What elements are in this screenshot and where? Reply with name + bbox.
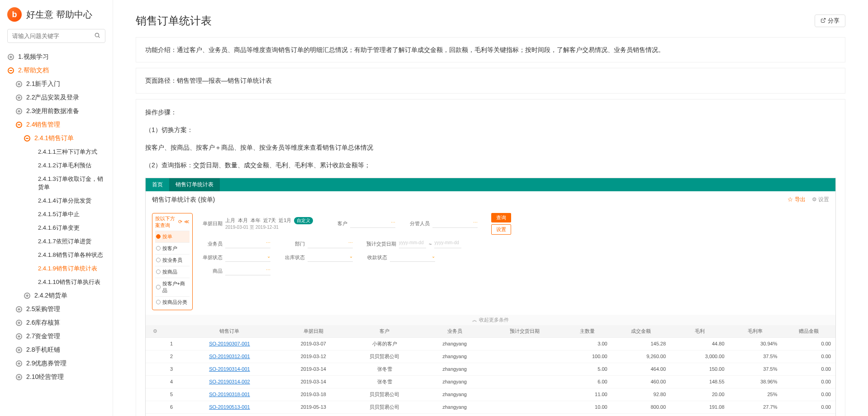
nav-22[interactable]: 2.2产品安装及登录 <box>7 91 105 104</box>
nav-24110[interactable]: 2.4.1.10销售订单执行表 <box>7 275 105 289</box>
table-row[interactable]: 3SO-20190314-0012019-03-14张冬雪zhangyang5.… <box>146 363 835 375</box>
table-row[interactable]: 5SO-20190318-0012019-03-18贝贝贸易公司zhangyan… <box>146 388 835 401</box>
ss-tab-report[interactable]: 销售订单统计表 <box>169 178 220 191</box>
nav-21[interactable]: 2.1新手入门 <box>7 77 105 91</box>
table-cell: 145.28 <box>612 337 670 350</box>
date-link[interactable]: 本月 <box>238 217 248 224</box>
table-cell: SO-20190314-002 <box>179 375 280 388</box>
nav-docs[interactable]: 2.帮助文档 <box>7 64 105 77</box>
product-input[interactable]: ⋯ <box>225 267 270 275</box>
refresh-icon[interactable]: ⟳ <box>178 219 182 225</box>
dept-input[interactable]: ⋯ <box>308 240 353 248</box>
table-row[interactable]: 4SO-20190314-0022019-03-14张冬雪zhangyang6.… <box>146 375 835 388</box>
table-row[interactable]: 1SO-20190307-0012019-03-07小蒋的客户zhangyang… <box>146 337 835 350</box>
field-date: 单据日期 上月 本月 本年 近7天 近1月 自定义 2 <box>202 217 313 231</box>
nav-24[interactable]: 2.4销售管理 <box>7 118 105 132</box>
table-cell: 27.7% <box>729 413 782 416</box>
table-cell: 3 <box>164 363 179 375</box>
table-cell <box>486 388 563 401</box>
query-button[interactable]: 查询 <box>491 213 511 222</box>
opt-label: 按单 <box>162 233 172 240</box>
opt-bycat[interactable]: 按商品分类 <box>155 296 190 308</box>
date-link[interactable]: 近1月 <box>279 217 291 224</box>
search-input[interactable] <box>12 33 94 39</box>
out-input[interactable]: ⌄ <box>308 254 353 262</box>
table-body: 1SO-20190307-0012019-03-07小蒋的客户zhangyang… <box>146 337 835 416</box>
table-header-cell: 毛利率 <box>729 325 782 338</box>
table-row[interactable]: 7SO-20190513-0022019-05-13张冬雪zhangyang10… <box>146 413 835 416</box>
table-header-cell: 客户 <box>346 325 423 338</box>
nav-2419[interactable]: 2.4.1.9销售订单统计表 <box>7 262 105 275</box>
owner-input[interactable]: ⋯ <box>432 220 478 228</box>
opt-byorder[interactable]: 按单 <box>155 231 190 242</box>
date-link[interactable]: 本年 <box>251 217 261 224</box>
nav-2415[interactable]: 2.4.1.5订单中止 <box>7 208 105 221</box>
svg-point-0 <box>95 33 99 37</box>
field-owner: 分管人员⋯ <box>409 220 478 228</box>
export-label: 导出 <box>795 196 806 203</box>
pay-input[interactable]: ⌄ <box>390 254 435 262</box>
set-button[interactable]: 设置 <box>491 224 511 235</box>
export-link[interactable]: ☆ 导出 <box>787 196 805 203</box>
filter-buttons: 查询 设置 <box>491 213 511 235</box>
plus-icon <box>15 319 23 326</box>
nav-23[interactable]: 2.3使用前数据准备 <box>7 104 105 118</box>
expdate-from[interactable]: yyyy-mm-dd <box>399 240 426 248</box>
date-link[interactable]: 上月 <box>225 217 235 224</box>
nav-241[interactable]: 2.4.1销售订单 <box>7 132 105 145</box>
customer-input[interactable]: ⋯ <box>350 220 395 228</box>
nav-28[interactable]: 2.8手机旺铺 <box>7 343 105 357</box>
field-label: 商品 <box>202 268 223 274</box>
nav-label: 2.10经营管理 <box>26 373 64 381</box>
nav-29[interactable]: 2.9优惠券管理 <box>7 357 105 370</box>
expdate-to[interactable]: yyyy-mm-dd <box>434 240 461 248</box>
nav-242[interactable]: 2.4.2销货单 <box>7 289 105 303</box>
setting-link[interactable]: ⚙ 设置 <box>812 196 829 203</box>
minus-icon <box>24 135 31 142</box>
nav-2414[interactable]: 2.4.1.4订单分批发货 <box>7 194 105 208</box>
nav-27[interactable]: 2.7资金管理 <box>7 330 105 343</box>
nav-2411[interactable]: 2.4.1.1三种下订单方式 <box>7 145 105 159</box>
date-link[interactable]: 近7天 <box>263 217 276 224</box>
field-product: 商品⋯ <box>202 267 270 275</box>
table-row[interactable]: 2SO-20190312-0012019-03-12贝贝贸易公司zhangyan… <box>146 350 835 363</box>
plus-icon <box>15 346 23 354</box>
dropdown-icon: ⋯ <box>348 240 353 245</box>
nav-2417[interactable]: 2.4.1.7依照订单进货 <box>7 235 105 248</box>
nav-2413[interactable]: 2.4.1.3订单收取订金，销货单 <box>7 172 105 194</box>
opt-bycp[interactable]: 按客户+商品 <box>155 278 190 296</box>
search-icon[interactable] <box>94 32 100 40</box>
nav-25[interactable]: 2.5采购管理 <box>7 303 105 316</box>
table-cell: 6 <box>164 401 179 413</box>
nav-video[interactable]: 1.视频学习 <box>7 50 105 64</box>
opt-bysales[interactable]: 按业务员 <box>155 254 190 266</box>
table-cell: 44.80 <box>670 337 729 350</box>
search-box[interactable] <box>7 29 105 43</box>
table-cell: 92.80 <box>612 388 670 401</box>
nav-2418[interactable]: 2.4.1.8销售订单各种状态 <box>7 248 105 262</box>
gear-icon[interactable]: ⚙ <box>153 328 157 334</box>
nav-210[interactable]: 2.10经营管理 <box>7 370 105 384</box>
table-cell: 191.08 <box>670 401 729 413</box>
share-button[interactable]: 分享 <box>815 14 845 27</box>
expand-icon[interactable]: ≪ <box>184 219 190 225</box>
opt-byproduct[interactable]: 按商品 <box>155 266 190 278</box>
nav-2412[interactable]: 2.4.1.2订单毛利预估 <box>7 159 105 172</box>
intro-box: 功能介绍：通过客户、业务员、商品等维度查询销售订单的明细汇总情况；有助于管理者了… <box>136 37 845 62</box>
opt-label: 按客户 <box>162 245 177 252</box>
ss-tab-home[interactable]: 首页 <box>146 178 169 191</box>
chevron-down-icon: ⌄ <box>267 254 270 259</box>
sales-input[interactable]: ⋯ <box>225 240 270 248</box>
nav-26[interactable]: 2.6库存核算 <box>7 316 105 330</box>
status-input[interactable]: ⌄ <box>225 254 270 262</box>
table-cell: SO-20190318-001 <box>179 388 280 401</box>
content-body: 操作步骤： （1）切换方案： 按客户、按商品、按客户＋商品、按单、按业务员等维度… <box>136 99 845 416</box>
table-cell: 2019-05-13 <box>280 401 346 413</box>
table-cell: SO-20190513-001 <box>179 401 280 413</box>
collapse-bar[interactable]: ︽ 收起更多条件 <box>146 315 835 325</box>
date-custom-pill[interactable]: 自定义 <box>294 217 313 224</box>
nav-2416[interactable]: 2.4.1.6订单变更 <box>7 221 105 235</box>
table-row[interactable]: 6SO-20190513-0012019-05-13贝贝贸易公司zhangyan… <box>146 401 835 413</box>
opt-bycustomer[interactable]: 按客户 <box>155 242 190 254</box>
nav-label: 2.8手机旺铺 <box>26 346 60 354</box>
